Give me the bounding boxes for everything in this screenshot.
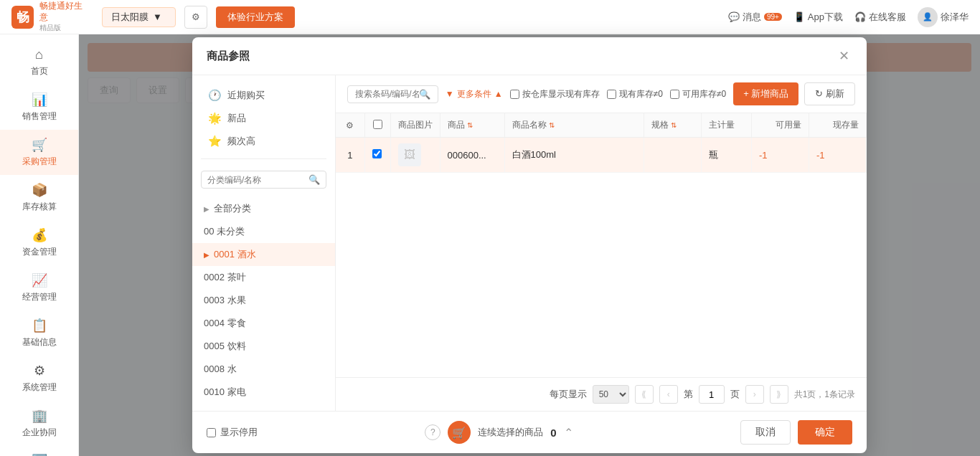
- page-number-input[interactable]: [699, 385, 725, 404]
- category-0004[interactable]: 0004 零食: [192, 312, 335, 335]
- select-all-checkbox[interactable]: [373, 120, 382, 129]
- category-0002[interactable]: 0002 茶叶: [192, 266, 335, 289]
- sidebar-label-purchase: 采购管理: [22, 156, 57, 168]
- logo-text: 畅捷通好生意: [39, 1, 90, 23]
- add-product-button[interactable]: + 新增商品: [733, 82, 798, 105]
- show-disabled-label[interactable]: 显示停用: [207, 426, 258, 439]
- current-stock-checkbox[interactable]: [607, 90, 616, 99]
- arrow-icon-0001: ▶: [204, 251, 209, 259]
- cart-label: 连续选择的商品: [478, 426, 543, 439]
- nav-right: 💬 消息 99+ 📱 App下载 🎧 在线客服 👤 徐泽华: [728, 7, 969, 27]
- inventory-icon: 📦: [32, 182, 47, 198]
- category-0008[interactable]: 0008 水: [192, 358, 335, 381]
- more-filters-button[interactable]: ▼ 更多条件 ▲: [446, 88, 503, 100]
- category-all[interactable]: ▶ 全部分类: [192, 197, 335, 220]
- cancel-button[interactable]: 取消: [740, 420, 791, 445]
- new-products-link[interactable]: 🌟 新品: [201, 107, 326, 130]
- available-stock-filter[interactable]: 可用库存≠0: [670, 88, 726, 100]
- category-0003[interactable]: 0003 水果: [192, 289, 335, 312]
- sidebar-item-system[interactable]: ⚙ 系统管理: [0, 356, 78, 401]
- filter-label: 更多条件: [457, 88, 491, 100]
- sidebar-item-finance[interactable]: 💰 资金管理: [0, 220, 78, 265]
- available-stock-checkbox[interactable]: [670, 90, 679, 99]
- category-0005-label: 0005 饮料: [204, 340, 246, 353]
- current-stock-label: 现有库存≠0: [619, 88, 663, 100]
- total-info: 共1页，1条记录: [794, 389, 855, 401]
- category-0004-label: 0004 零食: [204, 317, 246, 330]
- sidebar-item-home[interactable]: ⌂ 首页: [0, 40, 78, 85]
- first-page-button[interactable]: ⟪: [635, 385, 654, 404]
- sales-icon: 📊: [32, 92, 47, 108]
- warehouse-stock-filter[interactable]: 按仓库显示现有库存: [510, 88, 600, 100]
- show-disabled-text: 显示停用: [220, 426, 258, 439]
- row-num: 1: [336, 138, 364, 173]
- row-img-cell: 🖼: [390, 138, 440, 173]
- cart-count: 0: [550, 427, 556, 439]
- sidebar-item-inventory[interactable]: 📦 库存核算: [0, 175, 78, 220]
- settings-icon[interactable]: ⚙: [346, 120, 354, 130]
- sidebar-item-purchase[interactable]: 🛒 采购管理: [0, 130, 78, 175]
- sidebar-label-basic: 基础信息: [22, 336, 57, 348]
- product-search-input[interactable]: [355, 89, 419, 99]
- sort-icon-name: ⇅: [549, 121, 555, 129]
- category-0001[interactable]: ▶ 0001 酒水: [192, 243, 335, 266]
- modal-close-button[interactable]: ✕: [835, 47, 852, 65]
- sidebar-item-guide[interactable]: 🆕 新手引导: [0, 446, 78, 456]
- enterprise-icon: 🏢: [32, 408, 47, 424]
- trial-button[interactable]: 体验行业方案: [216, 6, 295, 28]
- chevron-up-icon[interactable]: ⌃: [564, 426, 573, 440]
- top-nav: 畅 畅捷通好生意 精品版 日太阳膜 ▼ ⚙ 体验行业方案 💬 消息 99+ 📱 …: [0, 0, 980, 34]
- online-service-nav-item[interactable]: 🎧 在线客服: [854, 11, 906, 24]
- product-search-wrap: 🔍: [347, 85, 438, 103]
- current-stock-filter[interactable]: 现有库存≠0: [607, 88, 663, 100]
- messages-nav-item[interactable]: 💬 消息 99+: [728, 11, 782, 24]
- gear-button[interactable]: ⚙: [184, 6, 207, 29]
- frequent-link[interactable]: ⭐ 频次高: [201, 130, 326, 153]
- refresh-button[interactable]: ↻ 刷新: [804, 82, 855, 105]
- message-icon: 💬: [728, 11, 740, 22]
- online-service-label: 在线客服: [869, 11, 906, 24]
- row-checkbox[interactable]: [372, 149, 382, 158]
- product-search-icon[interactable]: 🔍: [419, 89, 430, 100]
- prev-page-button[interactable]: ‹: [659, 385, 678, 404]
- sidebar-label-sales: 销售管理: [22, 110, 57, 123]
- sidebar-item-enterprise[interactable]: 🏢 企业协同: [0, 401, 78, 446]
- category-search-icon[interactable]: 🔍: [308, 174, 320, 185]
- page-size-select[interactable]: 20 50 100: [593, 385, 629, 404]
- category-0005[interactable]: 0005 饮料: [192, 335, 335, 358]
- recent-purchase-label: 近期购买: [227, 89, 265, 102]
- sidebar-label-home: 首页: [31, 65, 48, 77]
- category-0010[interactable]: 0010 家电: [192, 381, 335, 402]
- quick-links: 🕐 近期购买 🌟 新品 ⭐ 频次高: [192, 84, 335, 153]
- row-code: 000600...: [440, 138, 504, 173]
- user-profile[interactable]: 👤 徐泽华: [918, 7, 969, 27]
- warehouse-stock-checkbox[interactable]: [510, 90, 519, 99]
- operation-icon: 📈: [32, 272, 47, 288]
- last-page-button[interactable]: ⟫: [770, 385, 788, 404]
- show-disabled-checkbox[interactable]: [207, 428, 216, 437]
- modal-body: 🕐 近期购买 🌟 新品 ⭐ 频次高: [192, 75, 867, 411]
- sidebar-item-sales[interactable]: 📊 销售管理: [0, 85, 78, 130]
- messages-badge: 99+: [764, 13, 782, 21]
- col-header-stock: 现存量: [809, 113, 867, 138]
- category-00[interactable]: 00 未分类: [192, 220, 335, 243]
- page-suffix: 页: [730, 388, 740, 401]
- help-button[interactable]: ?: [425, 424, 440, 440]
- confirm-button[interactable]: 确定: [798, 420, 852, 445]
- recent-purchase-link[interactable]: 🕐 近期购买: [201, 84, 326, 107]
- app-download-nav-item[interactable]: 📱 App下载: [793, 11, 843, 24]
- col-unit-label: 主计量: [709, 120, 735, 130]
- sidebar-item-operation[interactable]: 📈 经营管理: [0, 265, 78, 310]
- sidebar-item-basic[interactable]: 📋 基础信息: [0, 310, 78, 356]
- nav-selector[interactable]: 日太阳膜 ▼: [102, 7, 176, 27]
- sidebar-label-inventory: 库存核算: [22, 201, 57, 213]
- modal-title: 商品参照: [207, 49, 250, 63]
- row-stock: -1: [809, 138, 867, 173]
- category-search-input[interactable]: [207, 175, 308, 185]
- next-page-button[interactable]: ›: [745, 385, 764, 404]
- row-checkbox-cell: [364, 138, 390, 173]
- table-row[interactable]: 1 🖼 000600... 白酒100ml: [336, 138, 867, 173]
- col-img-label: 商品图片: [398, 120, 433, 130]
- avatar: 👤: [918, 7, 938, 27]
- phone-icon: 📱: [793, 11, 805, 22]
